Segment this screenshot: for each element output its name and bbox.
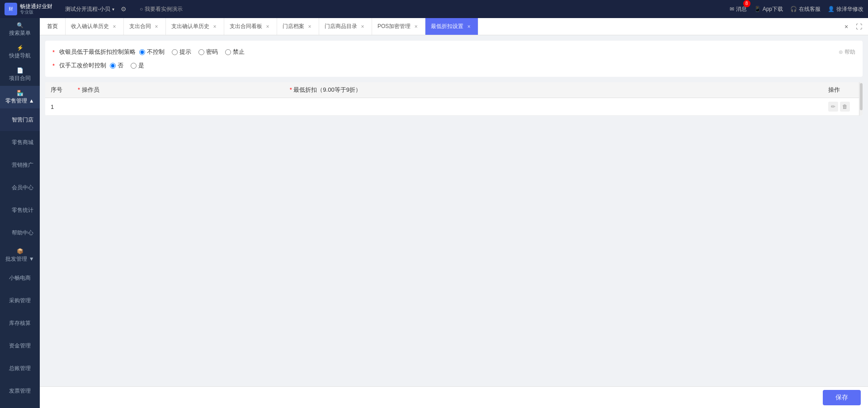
manual-no-radio[interactable] (110, 63, 116, 69)
form-section: * 收银员低于最低折扣控制策略 不控制 提示 (52, 48, 855, 70)
ban-radio[interactable] (225, 49, 231, 55)
smart-store-label: 智营门店 (12, 116, 33, 124)
invoice-label: 发票管理 (9, 387, 31, 395)
batch-icon: 📦 (17, 248, 24, 255)
main-layout: 🔍 搜索菜单 ⚡ 快捷导航 📄 项目合同 🏪 零售管理 ▲ 智营门店 零售商城 … (0, 18, 868, 408)
manual-yes-radio[interactable] (131, 63, 137, 69)
tab-payment-board-close[interactable]: × (264, 23, 271, 30)
settings-form-card: * 收银员低于最低折扣控制策略 不控制 提示 (45, 41, 863, 77)
sidebar-item-label: 搜索菜单 (9, 29, 31, 37)
sidebar-item-ecommerce[interactable]: 小畅电商 (0, 267, 40, 289)
tab-pos-password[interactable]: POS加密管理 × (372, 18, 425, 35)
sidebar-item-help-center[interactable]: 帮助中心 (0, 221, 40, 244)
close-tab-button[interactable]: × (841, 21, 852, 32)
tab-store-catalog-close[interactable]: × (359, 23, 366, 30)
demo-link[interactable]: ○ 我要看实例演示 (140, 5, 183, 13)
tab-payment-board-label: 支出合同看板 (230, 23, 262, 30)
sidebar-item-label: 批发管理 ▼ (5, 255, 34, 263)
tab-payment-board[interactable]: 支出合同看板 × (224, 18, 277, 35)
headset-icon: 🎧 (790, 6, 797, 12)
manual-no-label: 否 (118, 61, 123, 70)
sidebar-item-search[interactable]: 🔍 搜索菜单 (0, 18, 40, 41)
col-header-discount-label: 最低折扣（9.00等于9折） (293, 86, 361, 93)
table-row: 1 ✏ 🗑 (45, 98, 859, 116)
save-button[interactable]: 保存 (823, 390, 861, 405)
tab-home-label: 首页 (47, 23, 58, 30)
remind-label: 提示 (179, 48, 191, 56)
tab-store-file[interactable]: 门店档案 × (277, 18, 319, 35)
sidebar-item-retail-stats[interactable]: 零售统计 (0, 199, 40, 221)
sidebar-item-project[interactable]: 📄 项目合同 (0, 63, 40, 86)
tab-min-discount-close[interactable]: × (465, 23, 472, 30)
no-control-label: 不控制 (147, 48, 165, 56)
edit-row-button[interactable]: ✏ (828, 102, 838, 112)
sidebar-item-purchase[interactable]: 采购管理 (0, 289, 40, 312)
sidebar-item-member[interactable]: 会员中心 (0, 176, 40, 199)
sidebar-item-marketing[interactable]: 营销推广 (0, 154, 40, 176)
project-selector[interactable]: 测试分开流程-小贝 ▾ (65, 5, 114, 13)
finance-label: 资金管理 (9, 342, 31, 350)
cell-operator (72, 98, 284, 116)
required-mark: * (52, 49, 55, 56)
tab-income-history-close[interactable]: × (111, 23, 118, 30)
tab-payment-confirm-close[interactable]: × (211, 23, 218, 30)
delete-row-button[interactable]: 🗑 (840, 102, 850, 112)
tab-payment-confirm[interactable]: 支出确认单历史 × (166, 18, 224, 35)
sidebar-item-invoice[interactable]: 发票管理 (0, 380, 40, 402)
retail-stats-label: 零售统计 (12, 206, 33, 214)
remind-radio[interactable] (172, 49, 178, 55)
sidebar-item-finance[interactable]: 资金管理 (0, 334, 40, 357)
sidebar: 🔍 搜索菜单 ⚡ 快捷导航 📄 项目合同 🏪 零售管理 ▲ 智营门店 零售商城 … (0, 18, 40, 408)
tab-home[interactable]: 首页 (40, 18, 66, 35)
manual-yes-option[interactable]: 是 (131, 61, 144, 70)
app-download-item[interactable]: 📱 App下载 (754, 5, 783, 13)
logo-area: 财 畅捷通好业财 专业版 (5, 3, 52, 15)
project-name: 测试分开流程-小贝 (65, 5, 110, 13)
sidebar-item-smart-store[interactable]: 智营门店 (0, 108, 40, 131)
message-item[interactable]: ✉ 消息 8 (730, 5, 747, 13)
tab-min-discount[interactable]: 最低折扣设置 × (425, 18, 478, 35)
sidebar-item-retail-mgmt[interactable]: 🏪 零售管理 ▲ (0, 86, 40, 108)
tab-payment-contract-close[interactable]: × (153, 23, 160, 30)
tab-payment-contract-label: 支出合同 (129, 23, 151, 30)
content-area: 首页 收入确认单历史 × 支出合同 × 支出确认单历史 × 支出合同看板 × 门… (40, 18, 868, 408)
sidebar-item-tax[interactable]: 税务管理 (0, 402, 40, 408)
manual-no-option[interactable]: 否 (110, 61, 123, 70)
manual-yes-label: 是 (138, 61, 144, 70)
sidebar-item-inventory[interactable]: 库存核算 (0, 312, 40, 334)
demo-circle-icon: ○ (140, 6, 143, 12)
sidebar-item-account[interactable]: 总账管理 (0, 357, 40, 380)
tab-pos-password-label: POS加密管理 (377, 23, 410, 30)
online-service-item[interactable]: 🎧 在线客服 (790, 5, 821, 13)
tab-store-catalog-label: 门店商品目录 (325, 23, 357, 30)
tab-payment-contract[interactable]: 支出合同 × (124, 18, 166, 35)
user-item[interactable]: 👤 徐泽华修改 (828, 5, 863, 13)
help-button[interactable]: ⊙ 帮助 (839, 48, 855, 56)
tab-store-file-label: 门店档案 (283, 23, 304, 30)
remind-option[interactable]: 提示 (172, 48, 191, 56)
no-control-radio[interactable] (139, 49, 145, 55)
cell-index: 1 (45, 98, 72, 116)
password-option[interactable]: 密码 (198, 48, 218, 56)
sidebar-item-batch-mgmt[interactable]: 📦 批发管理 ▼ (0, 244, 40, 267)
app-download-label: App下载 (763, 5, 783, 13)
table-scrollbar[interactable] (859, 82, 863, 116)
discount-policy-row: * 收银员低于最低折扣控制策略 不控制 提示 (52, 48, 855, 56)
sidebar-item-retail-mall[interactable]: 零售商城 (0, 131, 40, 154)
sidebar-item-shortcut[interactable]: ⚡ 快捷导航 (0, 41, 40, 63)
ecommerce-label: 小畅电商 (9, 274, 31, 282)
expand-tab-button[interactable]: ⛶ (854, 21, 864, 32)
tab-store-file-close[interactable]: × (306, 23, 313, 30)
ban-option[interactable]: 禁止 (225, 48, 245, 56)
tab-pos-password-close[interactable]: × (412, 23, 420, 30)
tabs-bar: 首页 收入确认单历史 × 支出合同 × 支出确认单历史 × 支出合同看板 × 门… (40, 18, 868, 35)
member-label: 会员中心 (12, 184, 33, 192)
password-radio[interactable] (198, 49, 204, 55)
password-label: 密码 (206, 48, 218, 56)
project-settings-icon[interactable]: ⚙ (118, 4, 129, 14)
tab-store-catalog[interactable]: 门店商品目录 × (319, 18, 372, 35)
logo-text-area: 畅捷通好业财 专业版 (20, 3, 52, 15)
scrollbar-thumb (860, 83, 863, 110)
tab-income-history[interactable]: 收入确认单历史 × (66, 18, 124, 35)
no-control-option[interactable]: 不控制 (139, 48, 165, 56)
